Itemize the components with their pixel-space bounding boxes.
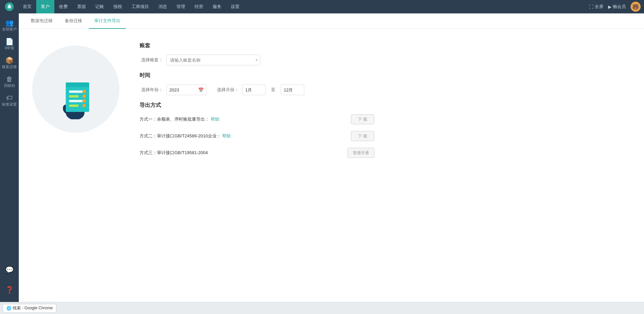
svg-rect-6	[69, 95, 78, 98]
content-area: 数据包迁移 备份迁移 审计文件导出	[19, 13, 644, 302]
svg-rect-7	[69, 100, 83, 102]
all-customers-icon: 👥	[5, 19, 14, 26]
method1-text: 方式一：余额表、序时账批量导出： 帮助	[140, 116, 347, 122]
nav-tax[interactable]: 报税	[109, 0, 127, 13]
export-method-1: 方式一：余额表、序时账批量导出： 帮助 下 载	[140, 114, 374, 124]
user-avatar[interactable]: 🐻	[631, 2, 641, 12]
sidebar-item-chat[interactable]: 💬	[0, 260, 19, 279]
month-end-select[interactable]: 1月2月3月4月 5月6月7月8月 9月10月11月 12月	[281, 84, 304, 95]
form-area: 账套 选择账套： ▾ 时间 选择年份： 2023 📅 选择	[140, 39, 374, 292]
svg-point-10	[83, 95, 86, 98]
main-layout: 👥 全部客户 📄 0申报 📦 账套迁移 🗑 回收站 🏷 标签设置 💬 ❓	[0, 13, 644, 302]
chrome-icon: 🌐	[6, 306, 11, 311]
svg-rect-8	[69, 105, 78, 107]
help-icon: ❓	[5, 287, 14, 293]
account-label: 选择账套：	[140, 57, 163, 63]
month-start-wrap: 1月2月3月4月 5月6月7月8月 9月10月11月12月	[242, 84, 266, 95]
fullscreen-button[interactable]: ⛶ 全屏	[589, 4, 603, 10]
member-icon: ▶	[608, 4, 611, 9]
svg-rect-5	[69, 90, 83, 93]
nav-items: 首页 客户 收费 票据 记账 报税 工商项目 消息 管理 经营 服务 设置	[18, 0, 589, 13]
method1-download-button[interactable]: 下 载	[351, 114, 374, 124]
chat-icon: 💬	[5, 266, 14, 273]
tab-audit-export[interactable]: 审计文件导出	[89, 13, 126, 29]
nav-customer[interactable]: 客户	[36, 0, 54, 13]
fullscreen-icon: ⛶	[589, 4, 593, 9]
month-start-select[interactable]: 1月2月3月4月 5月6月7月8月 9月10月11月12月	[242, 84, 266, 95]
zero-declare-icon: 📄	[5, 38, 14, 45]
illustration-circle	[32, 46, 119, 133]
export-method-3: 方式三：审计接口GB/T19581-2004 暂缓开通	[140, 148, 374, 158]
tab-backup-migrate[interactable]: 备份迁移	[59, 13, 88, 29]
export-method-2: 方式二：审计接口GB/T24589-2010企业： 帮助 下 载	[140, 131, 374, 141]
top-navigation: 首页 客户 收费 票据 记账 报税 工商项目 消息 管理 经营 服务 设置 ⛶ …	[0, 0, 644, 13]
svg-point-11	[83, 99, 86, 103]
account-row: 选择账套： ▾	[140, 55, 374, 65]
tag-settings-icon: 🏷	[6, 95, 13, 101]
time-row: 选择年份： 2023 📅 选择月份： 1月2月3月4月 5月6月7月8月 9月1…	[140, 84, 374, 95]
method3-text: 方式三：审计接口GB/T19581-2004	[140, 150, 343, 156]
month-label: 选择月份：	[215, 87, 239, 93]
method2-text: 方式二：审计接口GB/T24589-2010企业： 帮助	[140, 133, 347, 139]
sub-tabs: 数据包迁移 备份迁移 审计文件导出	[19, 13, 644, 29]
account-input-wrap: ▾	[166, 55, 260, 65]
taskbar: 🌐 线索 - Google Chrome	[0, 302, 644, 314]
account-migrate-icon: 📦	[5, 57, 14, 64]
year-input[interactable]: 2023 📅	[166, 84, 207, 95]
tab-data-migrate[interactable]: 数据包迁移	[25, 13, 58, 29]
nav-invoice[interactable]: 票据	[72, 0, 91, 13]
calendar-icon: 📅	[198, 87, 204, 92]
sidebar-item-zero-declare[interactable]: 📄 0申报	[0, 35, 19, 54]
year-value: 2023	[169, 87, 179, 92]
to-label: 至	[269, 87, 277, 93]
nav-settings[interactable]: 设置	[226, 0, 244, 13]
member-button[interactable]: ▶ 畅会员	[608, 4, 626, 10]
time-section-title: 时间	[140, 72, 374, 79]
sidebar-item-recycle[interactable]: 🗑 回收站	[0, 72, 19, 91]
svg-point-12	[83, 104, 86, 107]
recycle-icon: 🗑	[6, 76, 13, 82]
top-nav-right: ⛶ 全屏 ▶ 畅会员 🐻	[589, 2, 641, 12]
app-logo	[3, 1, 15, 13]
method2-download-button[interactable]: 下 载	[351, 131, 374, 141]
nav-admin[interactable]: 管理	[172, 0, 190, 13]
page-body: 账套 选择账套： ▾ 时间 选择年份： 2023 📅 选择	[19, 29, 644, 302]
svg-rect-4	[66, 82, 89, 87]
nav-service[interactable]: 服务	[208, 0, 226, 13]
nav-bookkeeping[interactable]: 记账	[91, 0, 109, 13]
nav-business[interactable]: 工商项目	[127, 0, 154, 13]
sidebar-item-all-customers[interactable]: 👥 全部客户	[0, 16, 19, 35]
svg-point-9	[83, 90, 86, 93]
illustration-svg	[46, 59, 106, 119]
left-sidebar: 👥 全部客户 📄 0申报 📦 账套迁移 🗑 回收站 🏷 标签设置 💬 ❓	[0, 13, 19, 302]
year-label: 选择年份：	[140, 87, 163, 93]
method1-help-link[interactable]: 帮助	[211, 117, 219, 122]
sidebar-item-help[interactable]: ❓	[0, 280, 19, 299]
account-select-input[interactable]	[166, 55, 260, 65]
method3-temp-open-button[interactable]: 暂缓开通	[347, 148, 374, 158]
illustration-area	[32, 39, 119, 292]
taskbar-chrome-item[interactable]: 🌐 线索 - Google Chrome	[3, 304, 56, 313]
nav-fee[interactable]: 收费	[54, 0, 72, 13]
month-end-wrap: 1月2月3月4月 5月6月7月8月 9月10月11月 12月	[281, 84, 304, 95]
sidebar-item-account-migrate[interactable]: 📦 账套迁移	[0, 54, 19, 72]
method2-help-link[interactable]: 帮助	[222, 133, 231, 138]
export-section-title: 导出方式	[140, 102, 374, 109]
nav-operation[interactable]: 经营	[190, 0, 208, 13]
nav-message[interactable]: 消息	[154, 0, 172, 13]
sidebar-item-tag-settings[interactable]: 🏷 标签设置	[0, 91, 19, 110]
account-section-title: 账套	[140, 42, 374, 49]
nav-home[interactable]: 首页	[18, 0, 36, 13]
